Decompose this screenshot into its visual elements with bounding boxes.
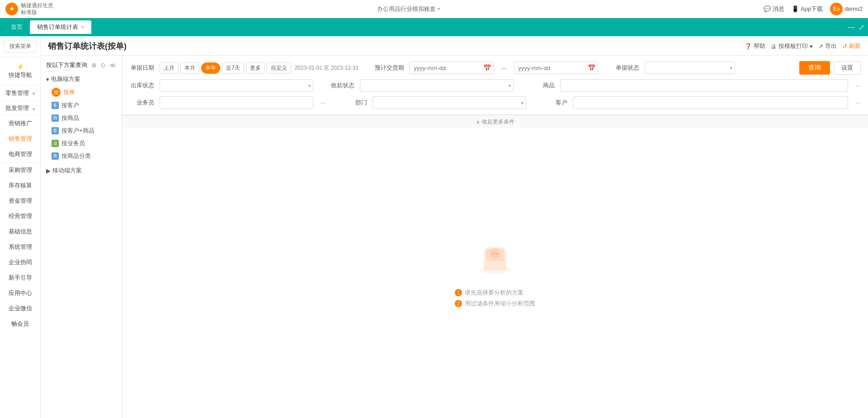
- expand-icon: ▾: [46, 76, 49, 83]
- logo-text: 畅捷通好生意 标准版: [21, 2, 53, 15]
- last7-btn[interactable]: 近7天: [222, 62, 244, 74]
- refresh-icon: ↺: [842, 43, 847, 50]
- sidebar-item-appcenter[interactable]: 应用中心: [0, 285, 40, 301]
- sidebar-item-member[interactable]: 畅会员: [0, 316, 40, 332]
- delivery-status-select[interactable]: [160, 79, 313, 92]
- scheme-item-by-cust-goods[interactable]: 客 按客户+商品: [41, 124, 122, 137]
- customer-input[interactable]: [573, 96, 849, 109]
- mobile-scheme-group: ▶ 移动端方案: [41, 164, 122, 177]
- mobile-scheme-group-title[interactable]: ▶ 移动端方案: [41, 164, 122, 177]
- scheme-panel-title: 按以下方案查询: [46, 61, 87, 69]
- sidebar-item-finance[interactable]: 资金管理: [0, 193, 40, 209]
- tab-sales-order[interactable]: 销售订单统计表 ×: [30, 20, 91, 34]
- delivery-status-wrap: ▾: [160, 79, 313, 92]
- sidebar-item-operations[interactable]: 经营管理: [0, 209, 40, 224]
- add-scheme-btn[interactable]: ⊕: [91, 62, 97, 69]
- by-cust-goods-icon: 客: [52, 127, 59, 134]
- filter-row-3: 业务员 ··· 部门 ▾ 客户 ···: [129, 96, 861, 109]
- sidebar-item-system[interactable]: 系统管理: [0, 239, 40, 255]
- dept-label: 部门: [342, 99, 367, 107]
- salesman-input[interactable]: [160, 96, 313, 109]
- more-date-btn[interactable]: 更多: [246, 62, 265, 74]
- order-status-select[interactable]: [645, 62, 735, 74]
- expected-date-label: 预计交货期: [375, 64, 404, 72]
- scheme-panel: 按以下方案查询 ⊕ ⊙ ≪ ▾ 电脑端方案 按 按单: [41, 56, 122, 418]
- search-btn[interactable]: 查询: [799, 61, 830, 75]
- print-icon: 🖨: [771, 43, 777, 50]
- sidebar-item-inventory[interactable]: 库存核算: [0, 178, 40, 193]
- date-dash: —: [501, 65, 507, 71]
- scheme-item-by-goods[interactable]: 商 按商品: [41, 112, 122, 124]
- sidebar-item-newbie[interactable]: 新手引导: [0, 270, 40, 285]
- content-area: 销售订单统计表(按单) ❓ 帮助 🖨 按模板打印 ▾ ↗ 导出 ↺ 刷新: [41, 36, 868, 418]
- app-dropdown-icon[interactable]: ▾: [438, 6, 440, 11]
- sidebar-item-purchase[interactable]: 采购管理: [0, 162, 40, 178]
- minimize-btn[interactable]: —: [848, 23, 855, 32]
- receipt-status-select[interactable]: [360, 79, 514, 92]
- salesman-ellipsis-btn[interactable]: ···: [321, 99, 326, 106]
- expected-date-start-wrap: 📅: [410, 62, 494, 74]
- print-btn[interactable]: 🖨 按模板打印 ▾: [771, 42, 813, 50]
- export-icon: ↗: [818, 43, 823, 50]
- tip-text-1: 请先选择要分析的方案: [465, 289, 524, 297]
- message-btn[interactable]: 💬 消息: [764, 5, 784, 13]
- help-icon: ❓: [745, 43, 752, 50]
- sidebar-item-ecommerce[interactable]: 电商管理: [0, 147, 40, 162]
- empty-state: 1 请先选择要分析的方案 2 用过滤条件来缩小分析范围: [122, 128, 868, 418]
- maximize-btn[interactable]: ⤢: [859, 23, 864, 32]
- message-icon: 💬: [764, 5, 771, 12]
- order-status-wrap: ▾: [645, 62, 735, 74]
- sidebar-item-quick-nav[interactable]: ⚡ 快捷导航: [0, 60, 40, 83]
- goods-input[interactable]: [560, 79, 848, 92]
- sidebar-item-sales[interactable]: 销售管理: [0, 131, 40, 147]
- sidebar-item-retail[interactable]: 零售管理 ▾: [0, 86, 40, 100]
- edit-scheme-btn[interactable]: ⊙: [100, 62, 106, 69]
- sidebar-item-basic[interactable]: 基础信息: [0, 224, 40, 239]
- tab-close-btn[interactable]: ×: [81, 24, 84, 30]
- last-month-btn[interactable]: 上月: [160, 62, 179, 74]
- scheme-item-by-salesman[interactable]: 业 按业务员: [41, 137, 122, 150]
- scheme-panel-icons: ⊕ ⊙ ≪: [91, 62, 116, 69]
- customer-label: 客户: [542, 99, 567, 107]
- tip-num-2: 2: [455, 300, 462, 307]
- pc-scheme-group: ▾ 电脑端方案 按 按单 客 按客户 商 按商品: [41, 73, 122, 162]
- by-salesman-icon: 业: [52, 140, 59, 147]
- receipt-status-label: 收款状态: [330, 81, 354, 90]
- download-btn[interactable]: 📱 App下载: [792, 5, 823, 13]
- goods-label: 商品: [530, 81, 555, 90]
- scheme-item-by-order[interactable]: 按 按单: [41, 86, 122, 99]
- expected-date-end[interactable]: [514, 62, 598, 74]
- sidebar-item-wholesale[interactable]: 批发管理 ▴: [0, 101, 40, 115]
- scheme-item-by-customer[interactable]: 客 按客户: [41, 99, 122, 112]
- this-month-btn[interactable]: 本月: [180, 62, 199, 74]
- collapse-label: 收起更多条件: [482, 118, 514, 126]
- pc-scheme-group-title[interactable]: ▾ 电脑端方案: [41, 73, 122, 86]
- search-menu-btn[interactable]: 搜索菜单: [4, 40, 37, 53]
- custom-date-btn[interactable]: 自定义: [267, 62, 291, 74]
- dept-select[interactable]: [373, 96, 526, 109]
- sidebar: 搜索菜单 ⚡ 快捷导航 零售管理 ▾ 批发管理 ▴ 营销推广 销售管理: [0, 36, 41, 418]
- settings-btn[interactable]: 设置: [834, 61, 861, 75]
- sidebar-item-marketing[interactable]: 营销推广: [0, 116, 40, 131]
- refresh-btn[interactable]: ↺ 刷新: [842, 42, 861, 50]
- sidebar-item-corpwechat[interactable]: 企业微信: [0, 301, 40, 316]
- collapse-scheme-btn[interactable]: ≪: [109, 62, 116, 69]
- collapse-bar[interactable]: ∧ 收起更多条件: [122, 115, 868, 128]
- expected-date-start[interactable]: [410, 62, 494, 74]
- help-btn[interactable]: ❓ 帮助: [745, 42, 765, 50]
- user-area[interactable]: Ea demo2: [830, 3, 863, 15]
- by-customer-icon: 客: [52, 102, 59, 109]
- sidebar-item-cooperation[interactable]: 企业协同: [0, 255, 40, 270]
- goods-ellipsis-btn[interactable]: ···: [855, 82, 861, 89]
- logo-icon: ✦: [5, 3, 18, 15]
- app-name-area[interactable]: 办公用品行业模拟账套 ▾: [377, 5, 440, 13]
- scheme-item-by-category[interactable]: 类 按商品分类: [41, 150, 122, 162]
- customer-ellipsis-btn[interactable]: ···: [855, 99, 861, 106]
- scheme-panel-header: 按以下方案查询 ⊕ ⊙ ≪: [41, 59, 122, 73]
- tab-home[interactable]: 首页: [4, 20, 30, 34]
- export-btn[interactable]: ↗ 导出: [818, 42, 837, 50]
- this-year-btn[interactable]: 本年: [201, 62, 220, 74]
- top-bar-left: ✦ 畅捷通好生意 标准版: [5, 2, 53, 15]
- receipt-status-wrap: ▾: [360, 79, 514, 92]
- by-order-icon: 按: [52, 88, 61, 97]
